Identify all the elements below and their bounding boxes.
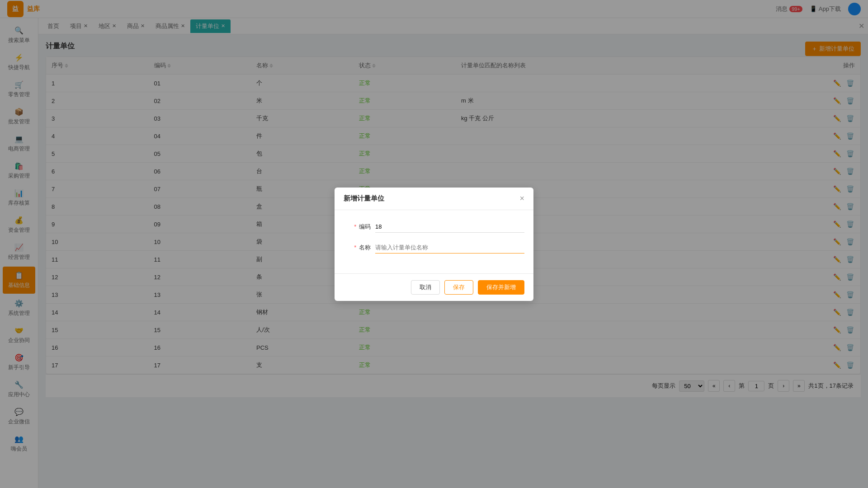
save-and-new-button[interactable]: 保存并新增 — [478, 280, 524, 295]
form-row-code: * 编码 — [344, 221, 524, 233]
save-button[interactable]: 保存 — [444, 280, 473, 295]
modal-footer: 取消 保存 保存并新增 — [335, 273, 533, 301]
required-mark-name: * — [354, 244, 356, 251]
add-unit-modal: 新增计量单位 × * 编码 * 名称 取消 保存 保存并新增 — [335, 188, 533, 301]
name-label: * 名称 — [344, 244, 371, 252]
cancel-button[interactable]: 取消 — [411, 280, 440, 295]
form-row-name: * 名称 — [344, 242, 524, 253]
modal-header: 新增计量单位 × — [335, 188, 533, 210]
modal-title: 新增计量单位 — [344, 194, 384, 203]
code-input[interactable] — [375, 221, 524, 233]
modal-overlay: 新增计量单位 × * 编码 * 名称 取消 保存 保存并新增 — [0, 0, 868, 488]
modal-close-button[interactable]: × — [519, 194, 524, 203]
name-input[interactable] — [375, 242, 524, 253]
code-label: * 编码 — [344, 223, 371, 231]
modal-body: * 编码 * 名称 — [335, 210, 533, 273]
required-mark: * — [354, 223, 356, 230]
